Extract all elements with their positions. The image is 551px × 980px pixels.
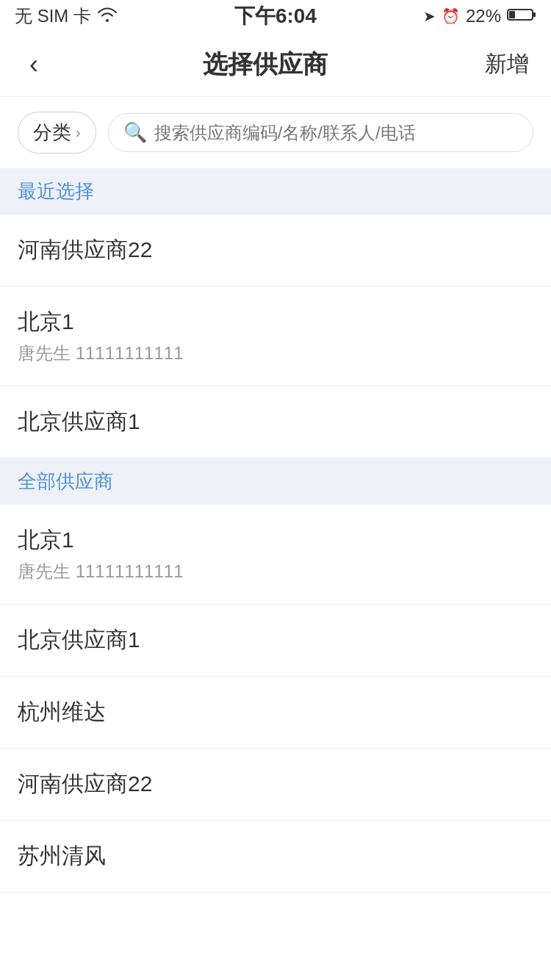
no-sim-text: 无 SIM 卡 xyxy=(15,4,91,28)
section-header-text-all: 全部供应商 xyxy=(18,470,113,492)
category-label: 分类 xyxy=(33,120,71,145)
item-name: 北京供应商1 xyxy=(18,625,533,655)
item-name: 河南供应商22 xyxy=(18,235,533,265)
list-item[interactable]: 苏州清风 xyxy=(0,821,551,893)
battery-icon xyxy=(507,6,536,26)
item-name: 北京1 xyxy=(18,307,533,337)
item-name: 杭州维达 xyxy=(18,697,533,727)
item-name: 河南供应商22 xyxy=(18,769,533,799)
section-header-all: 全部供应商 xyxy=(0,458,551,505)
list-item[interactable]: 杭州维达 xyxy=(0,677,551,749)
search-box: 🔍 xyxy=(108,113,533,152)
search-input[interactable] xyxy=(154,123,518,143)
back-button[interactable]: ‹ xyxy=(22,42,46,87)
status-left: 无 SIM 卡 xyxy=(15,4,118,28)
item-name: 北京供应商1 xyxy=(18,407,533,437)
page-title: 选择供应商 xyxy=(203,48,328,82)
svg-rect-2 xyxy=(509,11,515,18)
list-item[interactable]: 北京供应商1 xyxy=(0,386,551,458)
category-button[interactable]: 分类 › xyxy=(18,112,96,154)
item-name: 苏州清风 xyxy=(18,841,533,871)
nav-bar: ‹ 选择供应商 新增 xyxy=(0,32,551,97)
status-right: ➤ ⏰ 22% xyxy=(423,6,536,26)
battery-text: 22% xyxy=(466,6,501,26)
list-item[interactable]: 北京供应商1 xyxy=(0,605,551,677)
item-sub: 唐先生 11111111111 xyxy=(18,560,533,583)
item-name: 北京1 xyxy=(18,525,533,555)
list-item[interactable]: 河南供应商22 xyxy=(0,215,551,287)
list-item[interactable]: 河南供应商22 xyxy=(0,749,551,821)
filter-bar: 分类 › 🔍 xyxy=(0,97,551,168)
alarm-icon: ⏰ xyxy=(442,7,460,25)
sections-container: 最近选择河南供应商22北京1唐先生 11111111111北京供应商1全部供应商… xyxy=(0,168,551,893)
item-sub: 唐先生 11111111111 xyxy=(18,342,533,365)
list-item[interactable]: 北京1唐先生 11111111111 xyxy=(0,287,551,386)
status-bar: 无 SIM 卡 下午6:04 ➤ ⏰ 22% xyxy=(0,0,551,32)
svg-rect-1 xyxy=(533,12,536,17)
section-header-recent: 最近选择 xyxy=(0,168,551,215)
list-item[interactable]: 北京1唐先生 11111111111 xyxy=(0,505,551,605)
wifi-icon xyxy=(97,6,118,26)
section-header-text-recent: 最近选择 xyxy=(18,180,94,202)
chevron-right-icon: › xyxy=(76,124,81,141)
add-button[interactable]: 新增 xyxy=(485,49,529,79)
status-time: 下午6:04 xyxy=(234,2,317,30)
search-icon: 🔍 xyxy=(123,121,147,144)
location-icon: ➤ xyxy=(423,7,436,25)
